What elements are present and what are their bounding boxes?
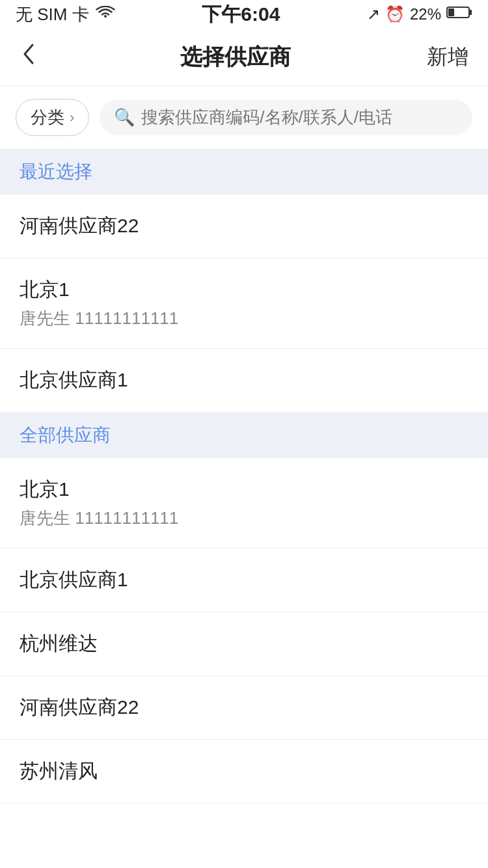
- category-button[interactable]: 分类 ›: [16, 99, 89, 136]
- list-item-1-2[interactable]: 杭州维达: [0, 612, 488, 676]
- list-item-1-0[interactable]: 北京1唐先生 11111111111: [0, 458, 488, 549]
- alarm-icon: ⏰: [385, 5, 405, 23]
- search-box: 🔍: [100, 100, 472, 135]
- battery-label: 22%: [410, 5, 441, 23]
- add-button[interactable]: 新增: [427, 43, 468, 72]
- item-sub-0-1: 唐先生 11111111111: [20, 307, 468, 330]
- status-bar: 无 SIM 卡 下午6:04 ↗ ⏰ 22%: [0, 0, 488, 29]
- back-button[interactable]: [20, 33, 44, 81]
- chevron-icon: ›: [70, 109, 74, 126]
- list-item-0-2[interactable]: 北京供应商1: [0, 349, 488, 413]
- item-name-0-0: 河南供应商22: [20, 213, 468, 239]
- list-item-1-4[interactable]: 苏州清风: [0, 740, 488, 804]
- filter-bar: 分类 › 🔍: [0, 86, 488, 149]
- location-icon: ↗: [367, 5, 380, 23]
- search-icon: 🔍: [114, 107, 135, 128]
- status-time: 下午6:04: [202, 1, 280, 28]
- search-input[interactable]: [141, 107, 458, 128]
- item-name-1-0: 北京1: [20, 476, 468, 503]
- sim-label: 无 SIM 卡: [16, 3, 89, 26]
- status-left: 无 SIM 卡: [16, 3, 115, 26]
- svg-rect-2: [448, 8, 454, 16]
- item-name-1-1: 北京供应商1: [20, 567, 468, 593]
- list-item-1-3[interactable]: 河南供应商22: [0, 676, 488, 740]
- nav-bar: 选择供应商 新增: [0, 29, 488, 86]
- wifi-icon: [96, 5, 115, 25]
- item-name-1-4: 苏州清风: [20, 758, 468, 785]
- section-header-0: 最近选择: [0, 149, 488, 195]
- battery-icon: [446, 5, 472, 23]
- list-item-0-0[interactable]: 河南供应商22: [0, 195, 488, 258]
- item-sub-1-0: 唐先生 11111111111: [20, 507, 468, 530]
- section-header-1: 全部供应商: [0, 413, 488, 458]
- item-name-1-2: 杭州维达: [20, 631, 468, 657]
- svg-rect-1: [469, 10, 472, 15]
- item-name-0-2: 北京供应商1: [20, 367, 468, 394]
- item-name-1-3: 河南供应商22: [20, 694, 468, 721]
- item-name-0-1: 北京1: [20, 277, 468, 303]
- sections-container: 最近选择河南供应商22北京1唐先生 11111111111北京供应商1全部供应商…: [0, 149, 488, 804]
- status-right: ↗ ⏰ 22%: [367, 5, 472, 23]
- list-item-1-1[interactable]: 北京供应商1: [0, 549, 488, 612]
- list-item-0-1[interactable]: 北京1唐先生 11111111111: [0, 258, 488, 349]
- category-label: 分类: [31, 106, 64, 129]
- page-title: 选择供应商: [180, 42, 291, 72]
